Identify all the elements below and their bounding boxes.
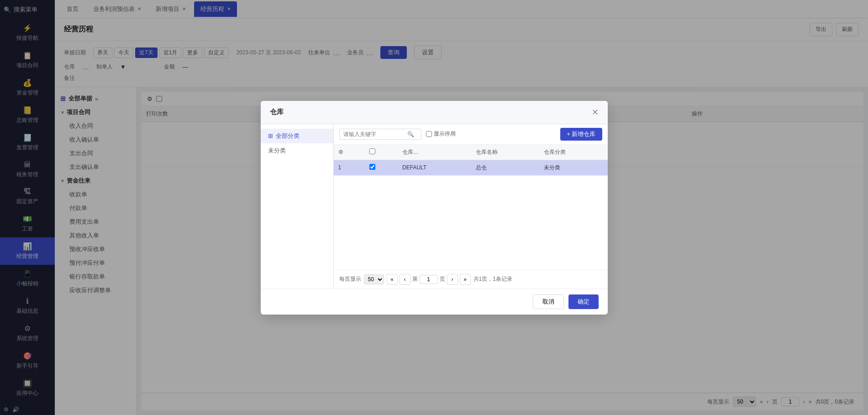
modal-left-panel: ⊞ 全部分类 未分类 [261,124,334,289]
row-check[interactable] [365,160,398,175]
modal-title: 仓库 [270,108,284,116]
modal-first-page-btn[interactable]: « [387,274,398,285]
modal-left-all-category[interactable]: ⊞ 全部分类 [261,129,333,143]
warehouse-modal: 仓库 ✕ ⊞ 全部分类 未分类 🔍 显示停用 [261,101,608,315]
row-num: 1 [334,160,365,175]
confirm-button[interactable]: 确定 [568,294,599,309]
modal-select-all[interactable] [369,148,375,154]
row-code: DEFAULT [398,160,471,175]
col-code: 仓库... [398,145,471,160]
modal-page-input[interactable] [420,275,438,284]
uncategorized-label: 未分类 [268,147,286,155]
modal-toolbar: 🔍 显示停用 + 新增仓库 [334,124,608,145]
modal-total-text: 共1页，1条记录 [473,275,512,283]
modal-left-uncategorized[interactable]: 未分类 [261,143,333,158]
modal-footer-pagination: 每页显示 50 « ‹ 第 页 › » 共1页，1条记录 [334,270,608,289]
modal-body: ⊞ 全部分类 未分类 🔍 显示停用 + 新增仓库 [261,124,608,289]
row-category: 未分类 [539,160,607,175]
row-warehouse-name: 总仓 [471,160,539,175]
modal-table: ⚙ 仓库... 仓库名称 仓库分类 1 DEFAULT 总仓 [334,145,608,270]
search-icon-modal: 🔍 [407,131,414,137]
show-disabled-label: 显示停用 [434,130,456,138]
grid-icon-modal: ⊞ [268,132,273,139]
modal-search-input[interactable] [343,131,407,137]
show-disabled-checkbox[interactable]: 显示停用 [426,130,456,138]
modal-right-panel: 🔍 显示停用 + 新增仓库 ⚙ 仓库... 仓库名称 [334,124,608,289]
modal-page-label: 第 [412,275,418,283]
col-name: 仓库名称 [471,145,539,160]
add-warehouse-button[interactable]: + 新增仓库 [560,128,602,141]
warehouse-table-row[interactable]: 1 DEFAULT 总仓 未分类 [334,160,608,175]
warehouse-table: ⚙ 仓库... 仓库名称 仓库分类 1 DEFAULT 总仓 [334,145,608,176]
col-check [365,145,398,160]
modal-page-word: 页 [440,275,445,283]
modal-next-page-btn[interactable]: › [447,274,458,285]
modal-prev-page-btn[interactable]: ‹ [400,274,410,285]
modal-page-size-select[interactable]: 50 [364,274,384,284]
cancel-button[interactable]: 取消 [533,294,564,309]
modal-search-box: 🔍 [339,129,421,140]
all-category-label: 全部分类 [276,132,300,140]
modal-actions: 取消 确定 [261,289,608,315]
show-disabled-input[interactable] [426,131,432,137]
row-checkbox[interactable] [369,164,375,170]
col-gear[interactable]: ⚙ [334,145,365,160]
modal-header: 仓库 ✕ [261,101,608,124]
col-category: 仓库分类 [539,145,607,160]
modal-pagination-btns: « ‹ 第 页 › » [387,274,471,285]
modal-last-page-btn[interactable]: » [460,274,471,285]
modal-close-button[interactable]: ✕ [592,107,599,117]
modal-page-size-label: 每页显示 [339,275,361,283]
